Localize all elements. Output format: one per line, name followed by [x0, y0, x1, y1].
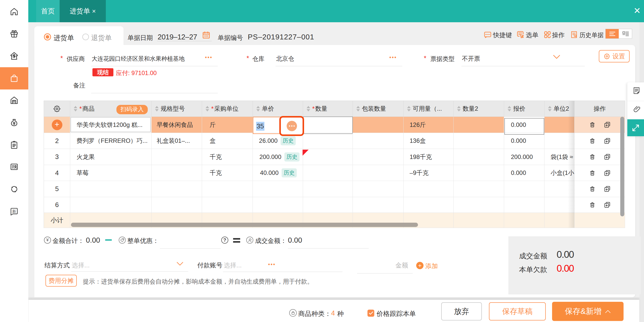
svg-text:新: 新 [12, 209, 16, 213]
